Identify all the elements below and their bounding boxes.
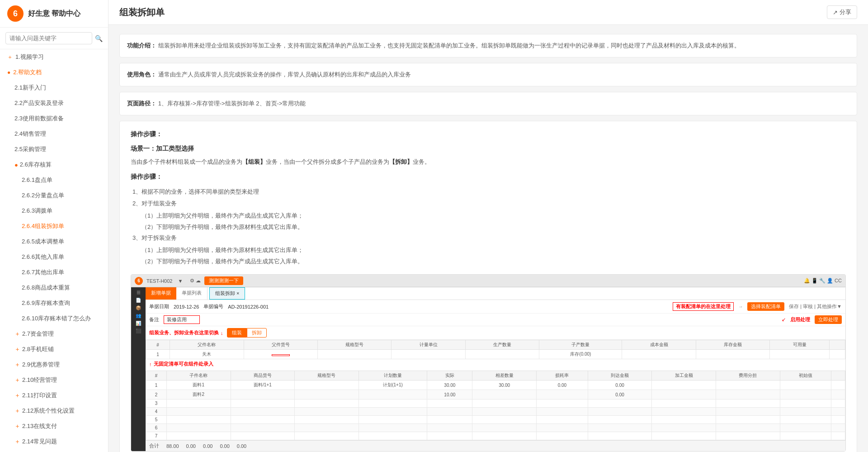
mock-btn-process[interactable]: 立即处理 (815, 315, 842, 324)
mock-tab-list[interactable]: 单据列表 (176, 287, 208, 300)
share-button[interactable]: ↗ 分享 (827, 5, 857, 19)
table-row: 5 (146, 416, 845, 424)
sidebar: 6 好生意 帮助中心 🔍 ＋ 1.视频学习 ● 2.帮助文档 2.1新手入门 2… (0, 0, 108, 452)
mock-type-arrow: ↓ (221, 330, 223, 336)
sidebar-item-print[interactable]: ＋ 2.11打印设置 (0, 388, 108, 403)
mock-process-label: 启用处理 (790, 316, 810, 323)
mock-field-label: 备注 (149, 316, 159, 323)
step3-sub2: （2）下部明细为子件明细，最终作为产成品生成其它入库单。 (132, 256, 846, 267)
sidebar-item-custom[interactable]: ＋ 2.12系统个性化设置 (0, 403, 108, 419)
table-row: 4 (146, 408, 845, 416)
th-avail: 可用量 (770, 340, 829, 350)
th-unit: 计量单位 (392, 340, 465, 350)
annotation-arrow-up: ↑ (149, 362, 152, 367)
sidebar-item-stock-out-other[interactable]: 2.6.7其他出库单 (0, 265, 108, 280)
logo-icon: 6 (7, 5, 24, 22)
sidebar-item-stock-in-other[interactable]: 2.6.6其他入库单 (0, 249, 108, 265)
sidebar-item-stock-cost-recalc[interactable]: 2.6.8商品成本重算 (0, 280, 108, 295)
sidebar-item-docs[interactable]: ● 2.帮助文档 (0, 65, 108, 80)
plus-small-icon7: ＋ (14, 422, 20, 430)
mock-btn-match[interactable]: 选择装配清单 (747, 302, 784, 311)
sidebar-item-stock-cost[interactable]: 2.6.5成本调整单 (0, 234, 108, 249)
plus-icon: ＋ (7, 53, 13, 61)
mock-nav-icon3: 📦 (136, 305, 141, 310)
intro-label: 功能介绍： (127, 42, 156, 49)
sidebar-item-operation[interactable]: ＋ 2.10经营管理 (0, 372, 108, 388)
table-row: 2面料210.000.00 (146, 390, 845, 400)
mock-actions: 保存 | 审核 | 其他操作▼ (789, 303, 842, 310)
step2-sub2: （2）下部明细为子件明细，最终作为原材料生成其它出库单。 (132, 222, 846, 233)
mock-nav-icon6: ⬛ (136, 328, 141, 333)
sidebar-item-stock-ledger[interactable]: 2.6.9库存账本查询 (0, 295, 108, 311)
sidebar-item-faq[interactable]: ＋ 2.14常见问题 (0, 434, 108, 449)
table-row: 6 (146, 424, 845, 432)
mock-date-label: 单据日期 (149, 303, 169, 310)
footer-total5: 0.00 (237, 443, 246, 449)
table-row: 3 (146, 400, 845, 408)
mock-tab-assembly[interactable]: 组装拆卸 × (209, 287, 245, 300)
th-parent-code: 父件货号 (244, 340, 317, 350)
sidebar-item-data[interactable]: 2.3使用前数据准备 (0, 111, 108, 126)
sidebar-item-stock-assembly[interactable]: 2.6.4组装拆卸单 (0, 219, 108, 234)
mock-right-icons: 🔔 📱 🔧 👤 CC (804, 278, 842, 284)
sidebar-item-mobile[interactable]: ＋ 2.8手机旺铺 (0, 342, 108, 357)
sidebar-item-finance[interactable]: ＋ 2.7资金管理 (0, 326, 108, 342)
footer-total3: 0.00 (203, 443, 212, 449)
footer-total4: 0.00 (220, 443, 229, 449)
logo-text: 好生意 帮助中心 (28, 9, 80, 19)
sidebar-item-cases[interactable]: ＋ 2.15操作案例 (0, 449, 108, 452)
mock-tab-new[interactable]: 新增单据 (146, 287, 176, 300)
mock-icons: ⚙ ☁ (190, 278, 201, 284)
table-row: 7 (146, 432, 845, 440)
footer-total2: 0.00 (186, 443, 196, 449)
mock-table-child: # 子件名称 商品货号 规格型号 计划数量 实际 相差数量 损耗率 到达金额 (146, 371, 845, 440)
nav-section: ＋ 1.视频学习 ● 2.帮助文档 2.1新手入门 2.2产品安装及登录 2.3… (0, 49, 108, 452)
sidebar-item-stock-adjust[interactable]: 2.6.3调拨单 (0, 203, 108, 219)
content-area: 功能介绍： 组装拆卸单用来处理企业组装或拆卸等加工业务，支持有固定装配清单的产品… (108, 25, 868, 452)
intro-block: 功能介绍： 组装拆卸单用来处理企业组装或拆卸等加工业务，支持有固定装配清单的产品… (119, 34, 857, 57)
mock-rows-annotation: ↑ 无固定清单可在组件处录入 (146, 359, 845, 369)
mock-field-input[interactable]: 装修店用 (164, 315, 200, 324)
table-row: 1 关木 库存(0.00) (146, 350, 845, 359)
search-input[interactable] (5, 32, 92, 44)
mock-nav-icon2: 📄 (136, 298, 141, 303)
plus-small-icon6: ＋ (14, 407, 20, 415)
th-prod-qty: 生产数量 (465, 340, 539, 350)
role-text: 通常由生产人员或库管人员完成拆装业务的操作，库管人员确认原材料的出库和产成品的入… (158, 71, 411, 78)
th-action (829, 340, 845, 350)
ops-steps-title: 操作步骤： (131, 173, 846, 181)
th-num: # (146, 340, 170, 350)
steps-list: 1、根据不同的业务，选择不同单据的类型来处理 2、对于组装业务 （1）上部明细为… (131, 186, 846, 267)
page-title: 组装拆卸单 (119, 6, 165, 19)
sidebar-item-pay[interactable]: ＋ 2.13在线支付 (0, 419, 108, 434)
top-bar: 组装拆卸单 ↗ 分享 (108, 0, 868, 25)
mock-title: TEST-H002 (146, 278, 172, 284)
sidebar-item-install[interactable]: 2.2产品安装及登录 (0, 95, 108, 111)
path-block: 页面路径： 1、库存核算->库存管理->组装拆卸单 2、首页->常用功能 (119, 92, 857, 115)
table-row: 1面料1面料/1+1计划(1+1)30.0030.000.000.00 (146, 381, 845, 390)
step2-sub1: （1）上部明细为父件明细，最终作为产成品生成其它入库单； (132, 210, 846, 222)
scene1-desc: 当由多个子件材料组装成一个成品的业务为【组装】业务，当由一个父件拆分成多个子产品… (131, 157, 846, 167)
sidebar-item-stock[interactable]: ● 2.6库存核算 (0, 157, 108, 172)
mock-dropdown: ▼ (178, 278, 183, 284)
mock-center-btn: 测测测测一下 (204, 276, 243, 285)
mock-date-val: 2019-12-26 (174, 304, 199, 309)
sidebar-item-stock-error[interactable]: 2.6.10库存账本错了怎么办 (0, 311, 108, 326)
mock-type-btn1[interactable]: 组装 (227, 328, 247, 338)
plus-small-icon4: ＋ (14, 376, 20, 384)
sidebar-item-stock-count[interactable]: 2.6.1盘点单 (0, 172, 108, 188)
th-sub-qty: 子产数量 (539, 340, 622, 350)
sidebar-item-purchase[interactable]: 2.5采购管理 (0, 142, 108, 157)
sidebar-item-video[interactable]: ＋ 1.视频学习 (0, 49, 108, 65)
sidebar-item-new[interactable]: 2.1新手入门 (0, 80, 108, 95)
mock-table-parent: # 父件名称 父件货号 规格型号 计量单位 生产数量 子产数量 成本金额 库存金 (146, 340, 845, 359)
mock-annotation-top: 有装配清单的在这里处理 (673, 302, 734, 311)
search-button[interactable]: 🔍 (95, 35, 103, 42)
scene1-title: 场景一：加工类型选择 (131, 145, 846, 153)
sidebar-item-stock-split[interactable]: 2.6.2分量盘点单 (0, 188, 108, 203)
sidebar-item-sales[interactable]: 2.4销售管理 (0, 126, 108, 142)
minus-icon: ● (7, 69, 10, 76)
mock-type-btn2[interactable]: 拆卸 (247, 328, 267, 338)
main-content: 组装拆卸单 ↗ 分享 功能介绍： 组装拆卸单用来处理企业组装或拆卸等加工业务，支… (108, 0, 868, 452)
sidebar-item-coupon[interactable]: ＋ 2.9优惠券管理 (0, 357, 108, 372)
